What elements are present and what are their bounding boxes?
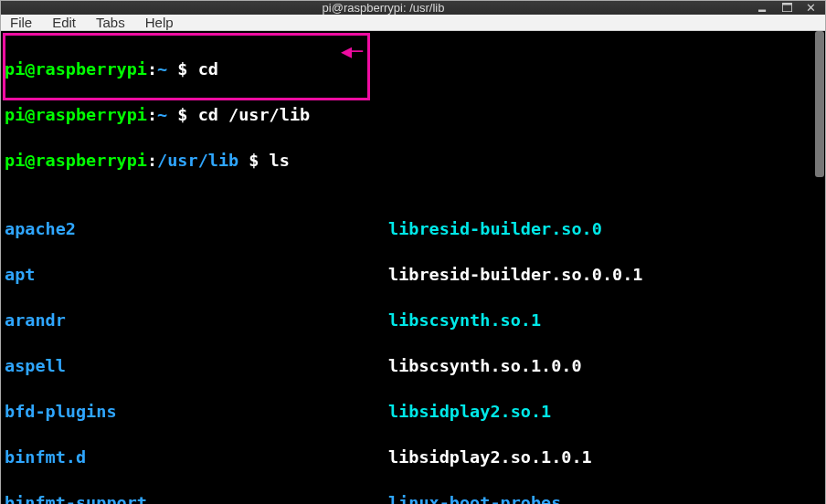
ls-item: libsidplay2.so.1 (388, 400, 810, 423)
window-controls: 🗕 🗖 ✕ (757, 1, 816, 15)
prompt-line-1: pi@raspberrypi:~ $ cd (5, 58, 810, 80)
prompt-path: ~ (157, 59, 167, 79)
terminal-area: pi@raspberrypi:~ $ cd pi@raspberrypi:~ $… (1, 31, 825, 504)
minimize-icon[interactable]: 🗕 (757, 1, 768, 15)
ls-item: binfmt-support (5, 491, 388, 504)
prompt-user: pi@raspberrypi (5, 59, 147, 79)
ls-output: apache2 apt arandr aspell bfd-plugins bi… (5, 194, 810, 504)
ls-item: binfmt.d (5, 446, 388, 468)
close-icon[interactable]: ✕ (806, 1, 816, 15)
ls-col-2: libresid-builder.so.0 libresid-builder.s… (388, 194, 810, 504)
maximize-icon[interactable]: 🗖 (781, 1, 793, 15)
prompt-line-2: pi@raspberrypi:~ $ cd /usr/lib (5, 103, 810, 126)
ls-item: libscsynth.so.1.0.0 (388, 354, 810, 377)
scrollbar-thumb[interactable] (815, 31, 824, 177)
terminal-window: pi@raspberrypi: /usr/lib 🗕 🗖 ✕ File Edit… (0, 0, 826, 504)
ls-item: linux-boot-probes (388, 491, 810, 504)
menu-tabs[interactable]: Tabs (96, 15, 125, 30)
prompt-dollar: $ (177, 59, 187, 79)
ls-item: libresid-builder.so.0.0.1 (388, 263, 810, 286)
prompt-line-3: pi@raspberrypi:/usr/lib $ ls (5, 149, 810, 172)
menu-edit[interactable]: Edit (52, 15, 76, 30)
ls-item: apache2 (5, 217, 388, 240)
ls-item: apt (5, 263, 388, 286)
scrollbar[interactable] (814, 31, 825, 504)
ls-item: libsidplay2.so.1.0.1 (388, 446, 810, 468)
command-ls: ls (270, 151, 290, 170)
ls-item: bfd-plugins (5, 400, 388, 423)
menubar: File Edit Tabs Help (1, 15, 825, 31)
ls-item: libresid-builder.so.0 (388, 217, 810, 240)
ls-item: libscsynth.so.1 (388, 309, 810, 331)
window-title: pi@raspberrypi: /usr/lib (10, 1, 757, 15)
terminal[interactable]: pi@raspberrypi:~ $ cd pi@raspberrypi:~ $… (1, 31, 814, 504)
ls-item: arandr (5, 309, 388, 331)
ls-item: aspell (5, 354, 388, 377)
command-cd: cd (198, 59, 218, 79)
titlebar[interactable]: pi@raspberrypi: /usr/lib 🗕 🗖 ✕ (1, 1, 825, 15)
command-cd-usrlib: cd /usr/lib (198, 105, 311, 124)
ls-col-1: apache2 apt arandr aspell bfd-plugins bi… (5, 194, 388, 504)
menu-file[interactable]: File (10, 15, 32, 30)
menu-help[interactable]: Help (145, 15, 174, 30)
